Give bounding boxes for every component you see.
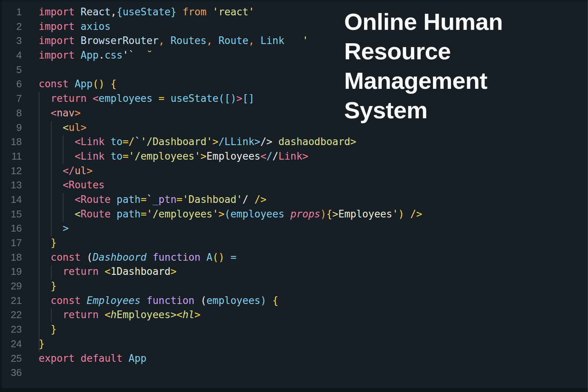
code-line: 18 <Link to=/`'/Dashboard'>/LLink>/> das… (0, 135, 422, 149)
code-token: const (51, 295, 87, 306)
line-number: 19 (0, 265, 22, 279)
code-line: 17 } (0, 236, 422, 250)
code-token (134, 49, 146, 61)
code-line: 23 } (0, 322, 422, 337)
code-token (39, 323, 51, 335)
code-text: import BrowserRouter, Routes, Route, Lin… (39, 34, 308, 48)
frame-edge-top (0, 0, 588, 2)
code-token: [] (242, 93, 254, 104)
code-token: /LLink> (219, 136, 261, 147)
line-number: 11 (0, 149, 22, 164)
code-text: > (39, 221, 69, 236)
code-text: import App.css'` ˘ (39, 48, 152, 63)
code-token: , (111, 6, 117, 18)
code-token: function (147, 295, 194, 306)
code-token: ' (302, 35, 309, 46)
title-line: Resource (344, 36, 503, 66)
code-text: const App() { (39, 77, 117, 91)
code-text: return <1Dashboard> (39, 265, 176, 279)
code-line: 12 </ul> (0, 164, 422, 178)
code-line: 19 return <1Dashboard> (0, 265, 422, 279)
code-token: return (63, 309, 105, 320)
code-token: Employees (206, 150, 260, 162)
code-token: <Link (75, 136, 105, 147)
code-token: ˘ (147, 49, 153, 61)
code-token: > (75, 107, 81, 119)
code-token (39, 194, 75, 205)
code-token: path (117, 208, 141, 220)
code-token: < (63, 122, 69, 133)
code-token: > (194, 309, 201, 320)
code-token: from (183, 6, 207, 18)
code-token: default (81, 353, 123, 364)
line-number: 15 (0, 207, 22, 222)
line-number: 17 (0, 236, 22, 250)
code-token (147, 252, 153, 263)
code-token (39, 237, 51, 248)
code-token: > (170, 266, 176, 277)
code-line: 11 <Link to='/employees'>Employees<//Lin… (0, 149, 422, 164)
code-token: () (212, 252, 224, 263)
code-token: Route (219, 35, 248, 46)
code-text: <Link to='/employees'>Employees<//Link> (39, 149, 308, 164)
code-token: import (39, 49, 81, 61)
code-text: import axios (39, 20, 111, 34)
code-text: <nav> (39, 106, 81, 121)
code-token: Route (81, 208, 111, 220)
code-token (39, 222, 63, 234)
code-token: ( (87, 252, 93, 263)
code-token (176, 6, 183, 18)
code-token: (employees (224, 208, 284, 220)
code-token: A (206, 252, 212, 263)
code-token: _ptn (152, 194, 176, 205)
code-token: } (39, 338, 45, 350)
code-token: <Link (75, 150, 105, 162)
code-token: Dashboord (93, 252, 147, 263)
code-token: < (105, 309, 111, 320)
page-title: Online Human Resource Management System (344, 7, 503, 125)
code-token (39, 208, 75, 220)
code-line: 18 const (Dashboord function A() = (0, 250, 422, 265)
code-token: < (260, 150, 266, 162)
line-number: 2 (0, 20, 22, 34)
code-token (212, 35, 219, 46)
code-line: 22 return <hEmployees><hl> (0, 308, 422, 322)
code-token: ` (147, 194, 153, 205)
code-token: App (75, 78, 93, 90)
line-number: 5 (0, 63, 22, 77)
code-token: ` (134, 136, 140, 147)
code-token: > (332, 208, 338, 220)
code-text: return <employees = useState([)>[] (39, 91, 255, 106)
code-text: <Route path='/employees'>(employees prop… (39, 207, 422, 222)
code-token (39, 150, 75, 162)
title-line: Online Human (344, 7, 503, 36)
code-token (140, 295, 147, 306)
code-text: <Routes (39, 178, 105, 193)
code-token (105, 136, 111, 147)
code-text: } (39, 337, 45, 351)
code-token: to (111, 136, 122, 147)
code-token: > (87, 165, 93, 176)
code-token (39, 136, 75, 147)
code-token: / (242, 194, 248, 205)
code-token: nav (57, 107, 75, 119)
code-line: 25export default App (0, 351, 422, 366)
line-number: 22 (0, 308, 22, 322)
code-line: 21 const Employees function (employees) … (0, 294, 422, 308)
code-token: = (176, 194, 183, 205)
code-token: path (117, 194, 141, 205)
code-token: '/employees' (129, 150, 201, 162)
line-number: 3 (0, 34, 22, 48)
code-token: ' (122, 49, 129, 61)
code-token: App (129, 353, 147, 364)
code-token: { (326, 208, 332, 220)
code-token (39, 122, 63, 133)
code-token: const (39, 78, 75, 90)
line-number: 9 (0, 121, 22, 135)
code-token: } (51, 280, 57, 292)
code-token: h (111, 309, 117, 320)
code-token: , (206, 35, 212, 46)
line-number: 8 (0, 106, 22, 121)
code-text: const (Dashboord function A() = (39, 250, 237, 265)
line-number: 24 (0, 337, 22, 351)
